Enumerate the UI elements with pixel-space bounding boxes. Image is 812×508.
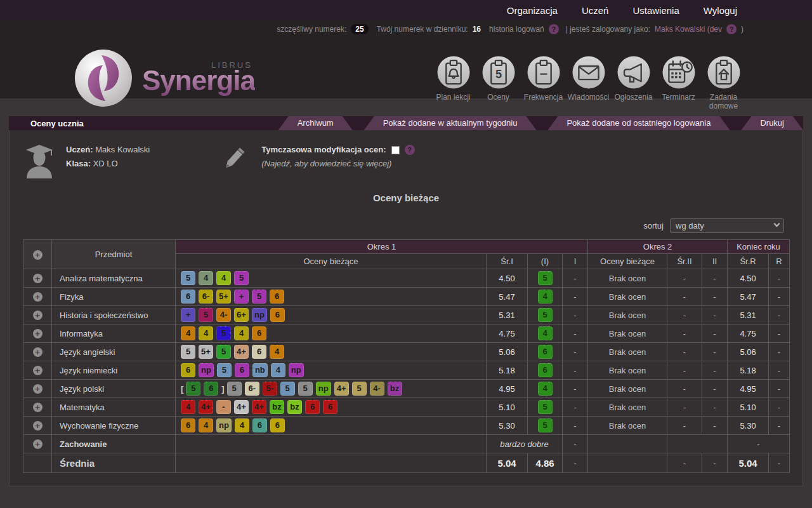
semester-grade-badge[interactable]: 6 [538,363,553,377]
temp-modification-checkbox[interactable] [391,146,400,154]
semester-grade-badge[interactable]: 4 [538,382,553,396]
grade-badge[interactable]: 6 [181,418,195,432]
grade-badge[interactable]: 4 [181,400,195,414]
nav-item-terminarz[interactable]: Terminarz [656,56,701,110]
grade-badge[interactable]: np [289,363,304,377]
grade-badge[interactable]: 5 [217,363,232,377]
grade-badge[interactable]: 4 [234,326,249,340]
grade-badge[interactable]: np [252,308,267,322]
semester-grade-badge[interactable]: 5 [538,308,553,322]
semester-grade-badge[interactable]: 5 [538,418,553,432]
grade-badge[interactable]: 4+ [234,345,249,359]
grade-badge[interactable]: 6 [270,308,285,322]
expand-row-button[interactable]: + [33,274,43,283]
top-menu-item-organizacja[interactable]: Organizacja [507,5,558,16]
grade-badge[interactable]: 5 [234,271,249,285]
grade-badge[interactable]: 6- [199,290,213,304]
sort-select[interactable]: wg daty [670,218,784,233]
semester-grade-badge[interactable]: 4 [538,290,553,304]
grade-badge[interactable]: 6- [245,382,259,396]
grade-badge[interactable]: 5 [280,382,295,396]
grade-badge[interactable]: 4 [199,418,213,432]
expand-row-button[interactable]: + [33,329,43,338]
semester-grade-badge[interactable]: 6 [538,345,553,359]
grade-badge[interactable]: np [216,418,232,432]
grade-badge[interactable]: 5 [181,345,195,359]
grade-badge[interactable]: 6 [204,382,218,396]
grade-badge[interactable]: 6 [181,363,195,377]
nav-item-plan-lekcji[interactable]: Plan lekcji [431,56,476,110]
grade-badge[interactable]: 5 [181,271,195,285]
grade-badge[interactable]: 6 [305,400,320,414]
nav-item-ogloszenia[interactable]: Ogłoszenia [611,56,656,110]
grade-badge[interactable]: 6 [252,326,266,340]
grade-badge[interactable]: 4+ [234,400,249,414]
grade-badge[interactable]: + [181,308,195,322]
semester-grade-badge[interactable]: 4 [538,326,553,340]
grade-badge[interactable]: 4 [235,418,249,432]
grade-badge[interactable]: 6 [181,290,195,304]
grade-badge[interactable]: bz [270,400,284,414]
grade-badge[interactable]: bz [287,400,302,414]
semester-grade-badge[interactable]: 5 [538,271,553,285]
grade-badge[interactable]: 5 [252,290,266,304]
help-icon[interactable]: ? [726,24,737,34]
expand-row-button[interactable]: + [33,403,43,412]
panel-tab-3[interactable]: Drukuj [741,116,803,130]
expand-row-button[interactable]: + [33,311,43,320]
grade-badge[interactable]: 5+ [199,345,213,359]
grade-badge[interactable]: 6 [252,418,267,432]
expand-row-button[interactable]: + [33,292,43,302]
expand-row-button[interactable]: + [33,384,43,394]
panel-tab-2[interactable]: Pokaż dodane od ostatniego logowania [547,116,730,130]
grade-badge[interactable]: 4 [181,326,195,340]
top-menu-item-wyloguj[interactable]: Wyloguj [704,5,737,16]
grade-badge[interactable]: 6+ [234,308,249,322]
grade-badge[interactable]: 4 [199,326,213,340]
grade-badge[interactable]: 5 [352,382,367,396]
panel-tab-0[interactable]: Archiwum [278,116,353,130]
help-icon[interactable]: ? [549,24,559,34]
grade-badge[interactable]: 6 [270,290,284,304]
help-icon[interactable]: ? [405,145,415,155]
grade-badge[interactable]: 5 [227,382,242,396]
grade-badge[interactable]: 4 [271,363,285,377]
expand-row-button[interactable]: + [33,439,43,449]
grade-badge[interactable]: 4- [370,382,384,396]
grade-badge[interactable]: 6 [270,418,285,432]
grade-badge[interactable]: 4- [216,308,231,322]
nav-item-frekwencja[interactable]: Frekwencja [521,56,566,110]
grade-badge[interactable]: np [316,382,331,396]
grade-badge[interactable]: 4 [270,345,284,359]
grade-badge[interactable]: 6 [323,400,337,414]
grade-badge[interactable]: 5- [263,382,277,396]
grade-badge[interactable]: 4+ [199,400,213,414]
expand-all-button[interactable]: + [33,250,43,260]
top-menu-item-uczeń[interactable]: Uczeń [582,5,609,16]
grade-badge[interactable]: bz [388,382,402,396]
expand-row-button[interactable]: + [33,366,43,375]
grade-badge[interactable]: 5 [216,345,231,359]
grade-badge[interactable]: 6 [252,345,266,359]
logged-user-link[interactable]: Maks Kowalski (dev [655,25,722,34]
login-history-link[interactable]: historia logowań [489,25,544,34]
panel-tab-1[interactable]: Pokaż dodane w aktualnym tygodniu [364,116,537,130]
expand-row-button[interactable]: + [33,421,43,431]
grade-badge[interactable]: 4+ [334,382,349,396]
grade-badge[interactable]: np [199,363,214,377]
nav-item-wiadomosci[interactable]: Wiadomości [566,56,611,110]
grade-badge[interactable]: 4+ [252,400,266,414]
grade-badge[interactable]: 5 [186,382,200,396]
grade-badge[interactable]: 5 [298,382,313,396]
grade-badge[interactable]: - [216,400,231,414]
grade-badge[interactable]: nb [252,363,268,377]
grade-badge[interactable]: 4 [199,271,213,285]
top-menu-item-ustawienia[interactable]: Ustawienia [632,5,679,16]
grade-badge[interactable]: 4 [216,271,231,285]
grade-badge[interactable]: 5 [199,308,213,322]
grade-badge[interactable]: 5 [216,326,231,340]
nav-item-oceny[interactable]: 5Oceny [476,56,521,110]
expand-row-button[interactable]: + [33,347,43,357]
nav-item-zadania-domowe[interactable]: Zadania domowe [701,56,746,110]
grade-badge[interactable]: 6 [235,363,249,377]
